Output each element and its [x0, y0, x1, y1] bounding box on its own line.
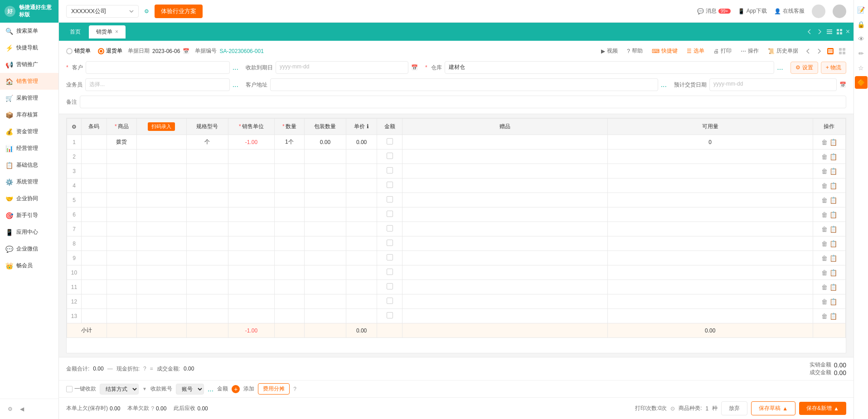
row-unit-price-3[interactable] [304, 164, 346, 178]
one-click-pay-checkbox[interactable]: 一键收款 [66, 385, 96, 393]
right-edit-icon[interactable]: ✏ [855, 47, 868, 60]
select-btn[interactable]: ☰ 选单 [684, 46, 707, 56]
row-unit-5[interactable] [186, 193, 228, 207]
row-gift-3[interactable] [377, 164, 402, 178]
customer-address-input[interactable] [270, 78, 658, 91]
row-unit-price-4[interactable] [304, 178, 346, 193]
copy-icon-6[interactable]: 📋 [829, 211, 837, 218]
tab-sales-order[interactable]: 销货单 × [89, 25, 126, 39]
date-calendar-icon[interactable]: 📅 [183, 48, 189, 54]
row-barcode-6[interactable] [82, 207, 107, 222]
row-spec-12[interactable] [136, 294, 186, 309]
save-draft-arrow-icon[interactable]: ▲ [782, 405, 788, 412]
row-gift-6[interactable] [377, 207, 402, 222]
copy-icon-9[interactable]: 📋 [829, 255, 837, 262]
avatar[interactable] [812, 5, 825, 18]
row-gift-8[interactable] [377, 236, 402, 251]
row-qty-7[interactable] [228, 222, 274, 236]
row-spec-5[interactable] [136, 193, 186, 207]
payment-due-input[interactable]: yyyy-mm-dd [276, 61, 408, 74]
row-qty-2[interactable] [228, 149, 274, 164]
right-note-icon[interactable]: 📝 [855, 4, 868, 16]
row-gift-12[interactable] [377, 294, 402, 309]
row-qty-10[interactable] [228, 265, 274, 280]
copy-icon-5[interactable]: 📋 [829, 197, 837, 204]
row-barcode-8[interactable] [82, 236, 107, 251]
logistics-button[interactable]: + 物流 [821, 62, 846, 74]
tab-list-icon[interactable] [826, 28, 833, 35]
address-more-icon[interactable]: ... [661, 81, 667, 89]
row-amount-10[interactable] [346, 265, 377, 280]
row-product-13[interactable] [107, 309, 136, 323]
right-lock-icon[interactable]: 🔒 [855, 18, 868, 31]
copy-icon-2[interactable]: 📋 [829, 153, 837, 160]
row-spec-13[interactable] [136, 309, 186, 323]
sidebar-item-finance[interactable]: 💰 资金管理 [0, 123, 58, 140]
copy-icon-10[interactable]: 📋 [829, 269, 837, 276]
row-unit-price-7[interactable] [304, 222, 346, 236]
row-spec-8[interactable] [136, 236, 186, 251]
row-product-7[interactable] [107, 222, 136, 236]
row-amount-1[interactable]: 0.00 [346, 135, 377, 149]
expense-split-button[interactable]: 费用分摊 [258, 383, 290, 395]
abandon-button[interactable]: 放弃 [721, 401, 747, 415]
account-select[interactable]: 账号 [176, 384, 204, 395]
row-product-9[interactable] [107, 251, 136, 265]
sidebar-item-appstore[interactable]: 📱 应用中心 [0, 224, 58, 241]
row-qty-11[interactable] [228, 280, 274, 294]
company-settings-icon[interactable]: ⚙ [144, 8, 149, 14]
copy-icon-11[interactable]: 📋 [829, 284, 837, 291]
settings-button[interactable]: ⚙ 设置 [790, 62, 818, 74]
history-btn[interactable]: 📜 历史单据 [765, 46, 801, 56]
app-download-button[interactable]: 📱 App下载 [738, 7, 767, 15]
row-gift-2[interactable] [377, 149, 402, 164]
row-unit-1[interactable]: 个 [186, 135, 228, 149]
row-unit-price-13[interactable] [304, 309, 346, 323]
row-spec-10[interactable] [136, 265, 186, 280]
row-barcode-4[interactable] [82, 178, 107, 193]
row-unit-7[interactable] [186, 222, 228, 236]
row-spec-11[interactable] [136, 280, 186, 294]
row-pack-qty-13[interactable] [275, 309, 305, 323]
row-barcode-7[interactable] [82, 222, 107, 236]
row-pack-qty-4[interactable] [275, 178, 305, 193]
online-service-button[interactable]: 👤 在线客服 [774, 7, 805, 15]
salesperson-more-icon[interactable]: ... [233, 81, 238, 89]
salesperson-input[interactable]: 选择... [85, 78, 230, 91]
row-spec-4[interactable] [136, 178, 186, 193]
tab-nav-prev-icon[interactable] [806, 28, 813, 35]
row-gift-13[interactable] [377, 309, 402, 323]
table-settings-icon[interactable]: ⚙ [72, 124, 77, 130]
sidebar-item-system[interactable]: ⚙️ 系统管理 [0, 173, 58, 190]
delete-icon-7[interactable]: 🗑 [821, 226, 828, 233]
row-barcode-2[interactable] [82, 149, 107, 164]
sidebar-item-basic[interactable]: 📋 基础信息 [0, 157, 58, 173]
th-scan[interactable]: 扫码录入 [136, 119, 186, 135]
row-barcode-13[interactable] [82, 309, 107, 323]
row-unit-8[interactable] [186, 236, 228, 251]
delete-icon-4[interactable]: 🗑 [821, 182, 828, 189]
row-amount-2[interactable] [346, 149, 377, 164]
row-amount-12[interactable] [346, 294, 377, 309]
row-qty-3[interactable] [228, 164, 274, 178]
add-payment-button[interactable]: + [232, 385, 240, 393]
copy-icon-4[interactable]: 📋 [829, 182, 837, 189]
print-btn[interactable]: 🖨 打印 [711, 46, 734, 56]
row-product-1[interactable]: 拨货 [107, 135, 136, 149]
row-amount-8[interactable] [346, 236, 377, 251]
row-pack-qty-10[interactable] [275, 265, 305, 280]
warehouse-more-icon[interactable]: ... [777, 63, 783, 72]
view-list-icon[interactable] [826, 47, 834, 55]
row-unit-11[interactable] [186, 280, 228, 294]
row-amount-9[interactable] [346, 251, 377, 265]
settings-bottom-icon[interactable]: ⚙ [5, 405, 15, 414]
row-product-3[interactable] [107, 164, 136, 178]
company-selector[interactable]: XXXXXX公司 [66, 5, 139, 18]
row-barcode-10[interactable] [82, 265, 107, 280]
copy-icon-7[interactable]: 📋 [829, 226, 837, 233]
delete-icon-2[interactable]: 🗑 [821, 153, 828, 160]
sidebar-item-quick-nav[interactable]: ⚡ 快捷导航 [0, 39, 58, 56]
row-qty-4[interactable] [228, 178, 274, 193]
row-unit-price-11[interactable] [304, 280, 346, 294]
row-unit-price-5[interactable] [304, 193, 346, 207]
